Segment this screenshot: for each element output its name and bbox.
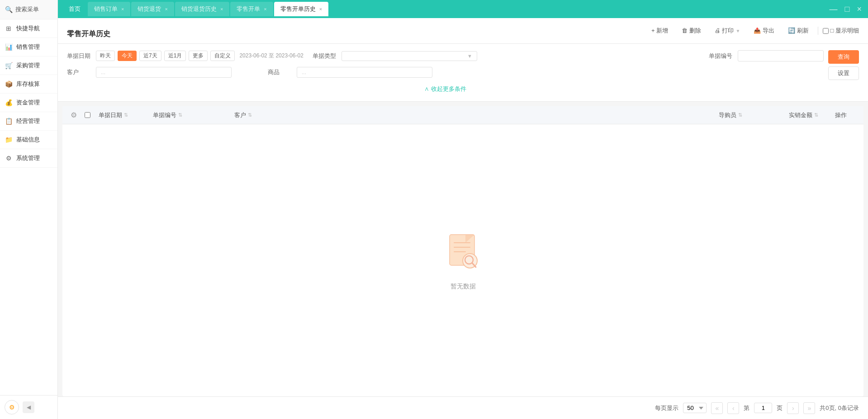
table-header: ⚙ 单据日期 ⇅ 单据编号 ⇅ 客户 ⇅ 导购员 ⇅: [62, 106, 863, 124]
first-page-button[interactable]: «: [711, 402, 723, 414]
date-btn-1month[interactable]: 近1月: [164, 51, 186, 61]
date-btn-more[interactable]: 更多: [189, 51, 208, 61]
sidebar-item-business[interactable]: 📋 经营管理: [0, 112, 57, 131]
number-input[interactable]: [738, 50, 824, 61]
customer-input[interactable]: ...: [96, 67, 232, 78]
th-date-label: 单据日期: [99, 111, 122, 119]
tab-retail-open-history[interactable]: 零售开单历史 ×: [274, 2, 328, 16]
date-btn-today[interactable]: 今天: [118, 51, 137, 61]
th-date-sort-icon: ⇅: [124, 112, 128, 118]
prev-page-icon: ‹: [732, 405, 735, 412]
table-settings-icon[interactable]: ⚙: [67, 111, 81, 119]
display-detail-label[interactable]: □ 显示明细: [823, 27, 859, 35]
filter-row-1: 单据日期 昨天 今天 近7天 近1月 更多 自定义 2023-06-02 至 2…: [67, 50, 824, 61]
delete-button-label: 🗑 删除: [682, 27, 701, 35]
th-guide-sort-icon: ⇅: [738, 112, 742, 118]
th-op: 操作: [823, 111, 859, 119]
query-button[interactable]: 查询: [828, 50, 859, 64]
goods-label: 商品: [268, 68, 293, 76]
export-button[interactable]: 📤 导出: [749, 24, 779, 37]
window-close-button[interactable]: ×: [855, 4, 863, 15]
per-page-label: 每页显示: [655, 404, 678, 412]
tab-sales-return-close[interactable]: ×: [165, 6, 167, 12]
collapse-filter-button[interactable]: ∧ 收起更多条件: [424, 83, 466, 95]
minimize-button[interactable]: —: [828, 4, 840, 15]
sidebar-item-base[interactable]: 📁 基础信息: [0, 131, 57, 149]
tab-sales-return-history-close[interactable]: ×: [220, 6, 223, 12]
add-button[interactable]: + 新增: [647, 24, 673, 37]
last-page-button[interactable]: »: [803, 402, 815, 414]
display-detail-checkbox[interactable]: [823, 28, 829, 34]
tab-sales-order-close[interactable]: ×: [121, 6, 124, 12]
tab-sales-return[interactable]: 销货退货 ×: [131, 2, 174, 16]
select-all-checkbox[interactable]: [85, 112, 90, 118]
th-date[interactable]: 单据日期 ⇅: [94, 111, 148, 119]
window-controls: — □ ×: [828, 4, 863, 15]
export-button-label: 📤 导出: [754, 27, 774, 35]
tab-retail-open[interactable]: 零售开单 ×: [230, 2, 273, 16]
th-number-label: 单据编号: [153, 111, 176, 119]
prev-page-button[interactable]: ‹: [727, 402, 739, 414]
print-button[interactable]: 🖨 打印 ▼: [710, 24, 745, 37]
sidebar-search-label: 搜索采单: [15, 5, 39, 14]
sidebar-item-quick-nav[interactable]: ⊞ 快捷导航: [0, 19, 57, 38]
tab-home[interactable]: 首页: [62, 2, 87, 16]
filter-type: 单据类型 ▼: [313, 51, 700, 61]
tab-sales-order[interactable]: 销售订单 ×: [88, 2, 130, 16]
date-btn-7days[interactable]: 近7天: [139, 51, 161, 61]
collapse-sidebar-button[interactable]: ◀: [23, 401, 34, 413]
page-header: 零售开单历史 + 新增 🗑 删除 🖨 打印 ▼ 📤 导出 🔄 刷新: [58, 18, 868, 44]
date-btn-yesterday[interactable]: 昨天: [96, 51, 115, 61]
tab-bar: 首页 销售订单 × 销货退货 × 销货退货历史 × 零售开单 × 零售开单历史 …: [58, 0, 868, 18]
tab-sales-order-label: 销售订单: [94, 5, 118, 13]
sidebar-item-system[interactable]: ⚙ 系统管理: [0, 149, 57, 168]
sidebar-item-sales[interactable]: 📊 销售管理: [0, 38, 57, 56]
th-op-label: 操作: [835, 111, 847, 119]
tab-retail-open-close[interactable]: ×: [264, 6, 266, 12]
th-guide[interactable]: 导购员 ⇅: [714, 111, 768, 119]
sidebar-item-label: 库存核算: [16, 80, 40, 88]
tab-sales-return-label: 销货退货: [138, 5, 161, 13]
main-area: 首页 销售订单 × 销货退货 × 销货退货历史 × 零售开单 × 零售开单历史 …: [58, 0, 868, 419]
tab-sales-return-history[interactable]: 销货退货历史 ×: [175, 2, 229, 16]
th-guide-label: 导购员: [719, 111, 736, 119]
type-select[interactable]: ▼: [342, 51, 477, 61]
quick-nav-icon: ⊞: [5, 24, 13, 33]
filter-row-2: 客户 ... 商品 ...: [67, 67, 824, 78]
refresh-button[interactable]: 🔄 刷新: [783, 24, 813, 37]
sidebar-item-label: 经营管理: [16, 117, 40, 125]
filter-date: 单据日期 昨天 今天 近7天 近1月 更多 自定义 2023-06-02 至 2…: [67, 51, 304, 61]
empty-text: 暂无数据: [451, 282, 476, 291]
sidebar-item-purchase[interactable]: 🛒 采购管理: [0, 56, 57, 75]
delete-button[interactable]: 🗑 删除: [677, 24, 706, 37]
gear-button[interactable]: ⚙: [5, 400, 19, 414]
goods-input[interactable]: ...: [297, 67, 432, 78]
th-amount[interactable]: 实销金额 ⇅: [768, 111, 823, 119]
query-buttons: 查询 设置: [828, 50, 859, 95]
settings-button[interactable]: 设置: [828, 66, 859, 80]
th-customer-sort-icon: ⇅: [248, 112, 252, 118]
maximize-button[interactable]: □: [843, 4, 852, 15]
date-btn-custom[interactable]: 自定义: [210, 51, 235, 61]
type-label: 单据类型: [313, 52, 338, 60]
sidebar-search[interactable]: 🔍 搜索采单: [0, 0, 57, 19]
tab-retail-open-label: 零售开单: [237, 5, 260, 13]
sidebar-bottom: ⚙ ◀: [0, 395, 57, 419]
collapse-icon: ◀: [27, 404, 31, 410]
filter-number: 单据编号: [709, 50, 824, 61]
next-page-button[interactable]: ›: [787, 402, 799, 414]
th-customer[interactable]: 客户 ⇅: [230, 111, 714, 119]
current-page-input[interactable]: 1: [754, 403, 772, 413]
base-icon: 📁: [5, 136, 13, 144]
sidebar-item-finance[interactable]: 💰 资金管理: [0, 94, 57, 112]
add-button-label: + 新增: [651, 27, 668, 35]
th-number[interactable]: 单据编号 ⇅: [148, 111, 230, 119]
tab-retail-open-history-close[interactable]: ×: [319, 6, 322, 12]
sidebar-item-inventory[interactable]: 📦 库存核算: [0, 75, 57, 94]
empty-state: 暂无数据: [62, 124, 863, 396]
refresh-button-label: 🔄 刷新: [788, 27, 809, 35]
pagination: 每页显示 50 100 200 « ‹ 第 1 页 › » 共0页, 0条记录: [58, 396, 868, 419]
toolbar: + 新增 🗑 删除 🖨 打印 ▼ 📤 导出 🔄 刷新: [647, 24, 859, 43]
last-page-icon: »: [807, 405, 811, 412]
per-page-select[interactable]: 50 100 200: [683, 403, 707, 413]
